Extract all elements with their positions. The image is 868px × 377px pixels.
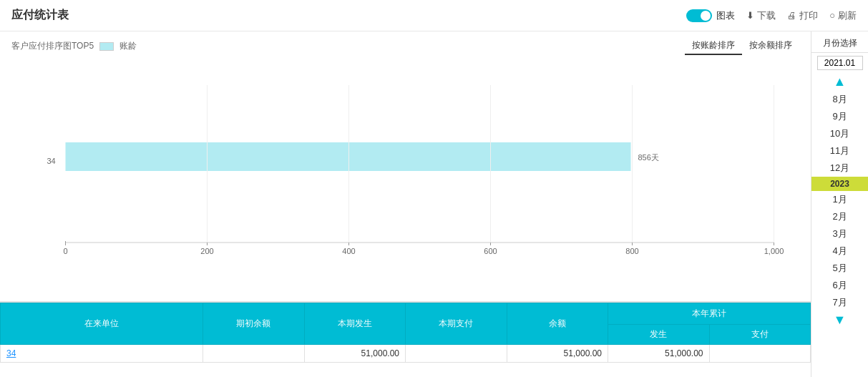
bar-34: [66, 142, 631, 171]
svg-text:600: 600: [484, 247, 497, 255]
legend-box: [99, 42, 114, 51]
chart-area: 客户应付排序图TOP5 账龄 按账龄排序 按余额排序 34 856天: [0, 31, 811, 377]
svg-text:856天: 856天: [638, 153, 659, 162]
sidebar-month-2[interactable]: 2月: [811, 208, 868, 225]
legend-label: 客户应付排序图TOP5: [11, 40, 94, 52]
bar-chart: 34 856天 0 200 400 600: [11, 64, 799, 264]
svg-text:1,000: 1,000: [764, 247, 784, 255]
col-header-current-pay: 本期支付: [406, 303, 507, 345]
col-header-balance: 余额: [507, 303, 608, 345]
app-header: 应付统计表 图表 ⬇ 下载 🖨 打印 ○ 刷新: [0, 0, 868, 31]
legend-box-label: 账龄: [120, 40, 137, 52]
svg-text:0: 0: [63, 247, 67, 255]
main-content: 客户应付排序图TOP5 账龄 按账龄排序 按余额排序 34 856天: [0, 31, 868, 377]
chart-toggle-wrap: 图表: [686, 9, 735, 22]
download-icon: ⬇: [746, 10, 754, 21]
chart-header: 客户应付排序图TOP5 账龄 按账龄排序 按余额排序: [0, 31, 811, 58]
header-actions: 图表 ⬇ 下载 🖨 打印 ○ 刷新: [686, 9, 857, 22]
svg-text:400: 400: [342, 247, 355, 255]
sidebar-month-5[interactable]: 5月: [811, 260, 868, 277]
sidebar-month-9[interactable]: 9月: [811, 108, 868, 125]
col-header-unit: 在来单位: [1, 303, 203, 345]
sidebar-down-button[interactable]: ▼: [834, 311, 847, 329]
sidebar-month-3[interactable]: 3月: [811, 225, 868, 243]
chart-sort-tabs: 按账龄排序 按余额排序: [685, 37, 799, 55]
print-icon: 🖨: [787, 10, 796, 21]
sidebar-month-6[interactable]: 6月: [811, 277, 868, 294]
cell-current-pay: [406, 345, 507, 363]
col-header-year-occ: 发生: [608, 325, 710, 345]
col-header-current-occ: 本期发生: [304, 303, 406, 345]
chart-container: 34 856天 0 200 400 600: [0, 58, 811, 301]
cell-unit-id[interactable]: 34: [1, 345, 203, 363]
table-row: 34 51,000.00 51,000.00 51,000.00: [1, 345, 811, 363]
cell-year-occ: 51,000.00: [608, 345, 710, 363]
table-wrapper: 在来单位 期初余额 本期发生 本期支付 余额 本年累计 发生 支付: [0, 303, 811, 363]
col-header-period-balance: 期初余额: [203, 303, 305, 345]
cell-current-occ: 51,000.00: [304, 345, 406, 363]
sidebar-up-button[interactable]: ▲: [834, 73, 847, 91]
col-header-year-total: 本年累计: [608, 303, 811, 325]
sidebar-month-7[interactable]: 7月: [811, 294, 868, 311]
sidebar-year-2023[interactable]: 2023: [811, 177, 868, 191]
chart-legend: 客户应付排序图TOP5 账龄: [11, 40, 137, 52]
col-header-year-pay: 支付: [709, 325, 811, 345]
print-button[interactable]: 🖨 打印: [787, 9, 818, 22]
sort-tab-age[interactable]: 按账龄排序: [685, 37, 742, 55]
sidebar-month-12[interactable]: 12月: [811, 160, 868, 177]
svg-text:34: 34: [47, 157, 55, 165]
page-title: 应付统计表: [11, 8, 69, 23]
sidebar-month-10[interactable]: 10月: [811, 125, 868, 142]
sidebar-title: 月份选择: [811, 34, 868, 53]
refresh-icon: ○: [829, 10, 835, 21]
chart-toggle-label: 图表: [716, 9, 735, 22]
svg-text:800: 800: [625, 247, 638, 255]
sidebar-month-11[interactable]: 11月: [811, 142, 868, 160]
right-sidebar: 月份选择 ▲ 8月 9月 10月 11月 12月 2023 1月 2月 3月 4…: [811, 31, 868, 377]
chart-toggle[interactable]: [686, 9, 712, 22]
cell-balance: 51,000.00: [507, 345, 608, 363]
sidebar-year-input[interactable]: [817, 56, 863, 70]
sidebar-month-4[interactable]: 4月: [811, 243, 868, 260]
table-area: 在来单位 期初余额 本期发生 本期支付 余额 本年累计 发生 支付: [0, 301, 811, 363]
data-table: 在来单位 期初余额 本期发生 本期支付 余额 本年累计 发生 支付: [0, 303, 811, 363]
sidebar-month-8[interactable]: 8月: [811, 91, 868, 108]
sort-tab-balance[interactable]: 按余额排序: [742, 37, 799, 55]
svg-text:200: 200: [200, 247, 213, 255]
download-button[interactable]: ⬇ 下载: [746, 9, 776, 22]
cell-year-pay: [709, 345, 811, 363]
refresh-button[interactable]: ○ 刷新: [829, 9, 857, 22]
cell-period-balance: [203, 345, 305, 363]
sidebar-month-1[interactable]: 1月: [811, 191, 868, 208]
